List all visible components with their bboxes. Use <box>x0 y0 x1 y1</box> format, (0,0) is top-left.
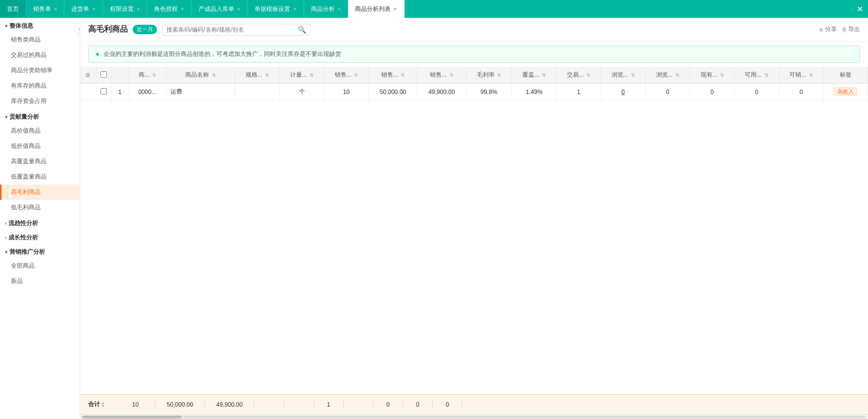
tab-product-analysis[interactable]: 商品分析 × <box>304 0 348 18</box>
tab-product-instock[interactable]: 产成品入库单 × <box>192 0 248 18</box>
sort-name-icon[interactable]: ⇅ <box>212 72 216 78</box>
sort-code-icon[interactable]: ⇅ <box>152 72 156 78</box>
sort-unit-icon[interactable]: ⇅ <box>309 72 313 78</box>
close-permission-settings-icon[interactable]: × <box>137 6 140 12</box>
footer-coverage <box>284 401 314 408</box>
sort-browse2-icon[interactable]: ⇅ <box>675 72 679 78</box>
sort-transactions-icon[interactable]: ⇅ <box>586 72 590 78</box>
close-sales-order-icon[interactable]: × <box>54 6 57 12</box>
col-browse1[interactable]: 浏览... ⇅ <box>601 67 645 84</box>
col-settings[interactable]: ⚙ <box>80 67 96 84</box>
sidebar-group-overall-info[interactable]: ▾ 整体信息 <box>0 18 80 32</box>
col-tag[interactable]: 标签 <box>823 67 868 84</box>
col-code[interactable]: 商... ⇅ <box>129 67 166 84</box>
export-icon: ⎘ <box>843 26 846 33</box>
sidebar-item-new-goods[interactable]: 新品 <box>0 274 80 289</box>
sort-sales-profit-icon[interactable]: ⇅ <box>450 72 454 78</box>
search-box[interactable]: 🔍 <box>162 24 310 36</box>
main-layout: « ▾ 整体信息 销售类商品 交易过的商品 商品分类助销率 有库存的商品 库存资… <box>0 18 868 419</box>
close-template-settings-icon[interactable]: × <box>293 6 296 12</box>
close-product-instock-icon[interactable]: × <box>237 6 240 12</box>
header-actions: ⎋ 分享 ⎘ 导出 <box>819 25 860 34</box>
col-sales-amount[interactable]: 销售... ⇅ <box>368 67 417 84</box>
sort-sellable-stock-icon[interactable]: ⇅ <box>809 72 813 78</box>
tab-home[interactable]: 首页 <box>0 0 26 18</box>
sort-coverage-icon[interactable]: ⇅ <box>542 72 546 78</box>
col-spec[interactable]: 规格... ⇅ <box>235 67 280 84</box>
sort-gross-margin-icon[interactable]: ⇅ <box>497 72 501 78</box>
sidebar-item-traded-goods[interactable]: 交易过的商品 <box>0 47 80 63</box>
sidebar-item-stock-capital[interactable]: 库存资金占用 <box>0 93 80 109</box>
scrollbar-thumb[interactable] <box>82 416 181 419</box>
col-browse2[interactable]: 浏览... ⇅ <box>645 67 690 84</box>
col-sales-qty[interactable]: 销售... ⇅ <box>324 67 368 84</box>
col-unit[interactable]: 计量... ⇅ <box>280 67 324 84</box>
col-checkbox[interactable] <box>96 67 111 84</box>
sort-sales-qty-icon[interactable]: ⇅ <box>354 72 358 78</box>
cell-checkbox[interactable] <box>96 84 111 100</box>
settings-icon[interactable]: ⚙ <box>85 72 91 79</box>
sidebar-item-stocked-goods[interactable]: 有库存的商品 <box>0 78 80 93</box>
col-name[interactable]: 商品名称 ⇅ <box>166 67 235 84</box>
sort-spec-icon[interactable]: ⇅ <box>265 72 269 78</box>
sidebar-group-growth-analysis[interactable]: › 成长性分析 <box>0 230 80 244</box>
sidebar-group-contribution-analysis[interactable]: ▾ 贡献量分析 <box>0 109 80 123</box>
browse1-link[interactable]: 0 <box>621 89 625 95</box>
sidebar-item-sales-goods[interactable]: 销售类商品 <box>0 32 80 47</box>
sidebar-item-category-assist-rate[interactable]: 商品分类助销率 <box>0 63 80 78</box>
sidebar-group-trend-analysis[interactable]: › 流趋性分析 <box>0 215 80 230</box>
sidebar-item-high-value-goods[interactable]: 高价值商品 <box>0 123 80 139</box>
sidebar-item-low-margin-goods[interactable]: 低毛利商品 <box>0 200 80 215</box>
search-input[interactable] <box>166 26 295 33</box>
cell-sellable-stock: 0 <box>779 84 823 100</box>
sidebar-item-low-value-goods[interactable]: 低价值商品 <box>0 139 80 154</box>
sort-available-stock-icon[interactable]: ⇅ <box>765 72 768 78</box>
tab-role-auth[interactable]: 角色授权 × <box>147 0 191 18</box>
cell-transactions: 1 <box>557 84 601 100</box>
footer-current-stock: 0 <box>403 401 433 408</box>
col-current-stock[interactable]: 现有... ⇅ <box>690 67 734 84</box>
sort-browse1-icon[interactable]: ⇅ <box>631 72 635 78</box>
sort-sales-amount-icon[interactable]: ⇅ <box>401 72 405 78</box>
share-button[interactable]: ⎋ 分享 <box>819 25 837 34</box>
close-purchase-order-icon[interactable]: × <box>92 6 95 12</box>
col-sellable-stock[interactable]: 可销... ⇅ <box>779 67 823 84</box>
sidebar-item-high-coverage-goods[interactable]: 高覆盖量商品 <box>0 154 80 169</box>
chevron-right-icon: › <box>5 221 6 226</box>
cell-browse1[interactable]: 0 <box>601 84 645 100</box>
chevron-down-icon: ▾ <box>5 249 7 255</box>
close-role-auth-icon[interactable]: × <box>181 6 184 12</box>
col-transactions[interactable]: 交易... ⇅ <box>557 67 601 84</box>
scrollbar-track[interactable] <box>82 416 866 419</box>
filter-tag-recent-month[interactable]: 近一月 <box>133 25 157 34</box>
tag-badge-high-income: 高收入 <box>834 88 857 95</box>
top-navigation: 首页 销售单 × 进货单 × 权限设置 × 角色授权 × 产成品入库单 × 单据… <box>0 0 868 18</box>
tab-product-analysis-list[interactable]: 商品分析列表 × <box>348 0 404 18</box>
window-close-button[interactable]: ✕ <box>857 4 863 14</box>
col-available-stock[interactable]: 可用... ⇅ <box>734 67 779 84</box>
sidebar-group-marketing-analysis[interactable]: ▾ 营销推广分析 <box>0 244 80 258</box>
horizontal-scrollbar[interactable] <box>80 414 868 419</box>
tab-purchase-order[interactable]: 进货单 × <box>64 0 102 18</box>
tab-sales-order[interactable]: 销售单 × <box>26 0 64 18</box>
row-checkbox[interactable] <box>101 88 107 94</box>
footer-sales-amount: 50,000.00 <box>155 401 205 408</box>
cell-gross-margin: 99.8% <box>466 84 512 100</box>
cell-coverage: 1.49% <box>512 84 557 100</box>
col-gross-margin[interactable]: 毛利率 ⇅ <box>466 67 512 84</box>
close-product-analysis-icon[interactable]: × <box>338 6 341 12</box>
share-icon: ⎋ <box>819 26 823 33</box>
close-product-analysis-list-icon[interactable]: × <box>394 6 397 12</box>
select-all-checkbox[interactable] <box>101 71 107 78</box>
sidebar-item-all-goods[interactable]: 全部商品 <box>0 258 80 274</box>
sidebar-item-low-coverage-goods[interactable]: 低覆盖量商品 <box>0 169 80 185</box>
col-sales-profit[interactable]: 销售... ⇅ <box>417 67 466 84</box>
tab-permission-settings[interactable]: 权限设置 × <box>103 0 147 18</box>
sort-current-stock-icon[interactable]: ⇅ <box>720 72 724 78</box>
footer-gross-margin <box>255 401 284 408</box>
tab-template-settings[interactable]: 单据模板设置 × <box>248 0 304 18</box>
sidebar-item-high-margin-goods[interactable]: 高毛利商品 <box>0 185 80 200</box>
search-icon[interactable]: 🔍 <box>298 26 306 34</box>
col-coverage[interactable]: 覆盖... ⇅ <box>512 67 557 84</box>
export-button[interactable]: ⎘ 导出 <box>843 25 860 34</box>
